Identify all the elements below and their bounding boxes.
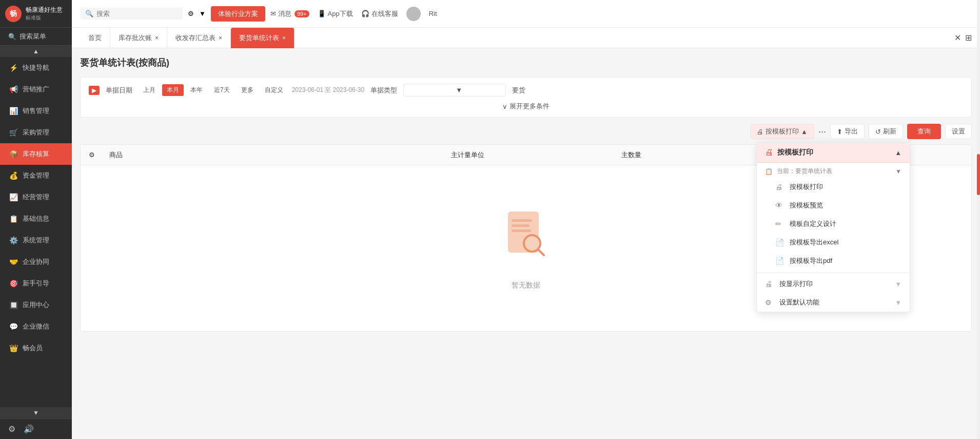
svg-rect-2	[512, 224, 530, 227]
current-template-icon: 📋	[765, 168, 773, 175]
page-title: 要货单统计表(按商品)	[80, 56, 972, 69]
template-print-button[interactable]: 🖨 按模板打印 ▲	[750, 124, 814, 139]
speaker-icon[interactable]: 🔊	[24, 424, 34, 434]
sidebar-item-corp[interactable]: 🤝 企业协同	[0, 251, 72, 273]
template-print-label: 按模板打印	[766, 127, 799, 136]
sidebar-item-label: 企业协同	[23, 257, 49, 266]
message-button[interactable]: ✉ 消息 99+	[270, 9, 309, 18]
search-label: 搜索菜单	[19, 32, 46, 41]
tab-inventory-batch-close[interactable]: ×	[155, 34, 159, 42]
member-icon: 👑	[8, 343, 18, 353]
empty-illustration	[500, 206, 552, 273]
template-preview-icon: 👁	[775, 201, 785, 209]
type-filter-select[interactable]: ▼	[403, 84, 506, 97]
topbar-right: ✉ 消息 99+ 📱 App下载 🎧 在线客服 Rit	[270, 7, 437, 21]
topbar: 🔍 ⚙ ▼ 体验行业方案 ✉ 消息 99+ 📱 App下载 🎧 在线客服 Rit	[72, 0, 980, 28]
topbar-search-input[interactable]	[96, 10, 168, 17]
date-btn-more[interactable]: 更多	[237, 84, 258, 96]
sidebar-item-basic[interactable]: 📋 基础信息	[0, 208, 72, 230]
message-icon: ✉	[270, 10, 276, 17]
th-settings[interactable]: ⚙	[89, 151, 109, 159]
online-service-button[interactable]: 🎧 在线客服	[361, 9, 398, 18]
dropdown-item-set-default[interactable]: ⚙ 设置默认功能 ▼	[757, 293, 910, 312]
template-custom-icon: ✏	[775, 220, 785, 228]
tab-home[interactable]: 首页	[80, 28, 110, 48]
wechat-icon: 💬	[8, 321, 18, 332]
display-print-icon: 🖨	[765, 280, 774, 288]
settings-icon[interactable]: ⚙	[8, 424, 15, 434]
refresh-button[interactable]: ↺ 刷新	[869, 124, 903, 139]
tab-expand-icon[interactable]: ⊞	[965, 33, 972, 43]
experience-button[interactable]: 体验行业方案	[211, 6, 265, 22]
dropdown-item-template-print[interactable]: 🖨 按模板打印	[757, 178, 910, 196]
sidebar-item-label: 应用中心	[23, 300, 49, 310]
message-label: 消息	[278, 9, 291, 18]
sidebar-scroll-up[interactable]: ▲	[0, 46, 72, 57]
avatar[interactable]	[406, 7, 421, 21]
current-template-text: 当前：要货单统计表	[777, 167, 832, 176]
sidebar-item-marketing[interactable]: 📢 营销推广	[0, 79, 72, 100]
sidebar-item-system[interactable]: ⚙️ 系统管理	[0, 230, 72, 251]
sidebar-search[interactable]: 🔍 搜索菜单	[0, 28, 72, 46]
sidebar-item-purchase[interactable]: 🛒 采购管理	[0, 122, 72, 143]
main-area: 🔍 ⚙ ▼ 体验行业方案 ✉ 消息 99+ 📱 App下载 🎧 在线客服 Rit	[72, 0, 980, 439]
settings-button[interactable]: 设置	[945, 124, 972, 139]
dropdown-item-template-preview[interactable]: 👁 按模板预览	[757, 196, 910, 215]
date-btn-this-year[interactable]: 本年	[186, 84, 207, 96]
sidebar-item-wechat[interactable]: 💬 企业微信	[0, 316, 72, 337]
filter-toggle[interactable]: ▶	[89, 86, 100, 95]
topbar-gear-icon[interactable]: ⚙	[188, 10, 194, 17]
template-print-arrow: ▲	[801, 128, 808, 136]
sidebar-item-guide[interactable]: 🎯 新手引导	[0, 273, 72, 294]
app-download-button[interactable]: 📱 App下载	[318, 9, 353, 18]
tab-inventory-batch-label: 库存批次账	[119, 33, 152, 43]
operation-icon: 📈	[8, 192, 18, 202]
more-options[interactable]: ···	[818, 126, 826, 137]
topbar-dropdown-icon[interactable]: ▼	[199, 10, 206, 17]
tab-order-stats-close[interactable]: ×	[282, 34, 286, 42]
dropdown-item-template-excel[interactable]: 📄 按模板导出excel	[757, 233, 910, 252]
dropdown-close-arrow[interactable]: ▲	[895, 149, 901, 157]
dropdown-item-template-pdf[interactable]: 📄 按模板导出pdf	[757, 252, 910, 270]
date-btn-last-month[interactable]: 上月	[139, 84, 160, 96]
tab-collapse-icon[interactable]: ✕	[954, 33, 961, 43]
sidebar-scroll-down[interactable]: ▼	[0, 407, 72, 418]
query-button[interactable]: 查询	[907, 124, 941, 139]
sidebar-item-label: 经营管理	[23, 193, 49, 202]
sidebar-item-inventory[interactable]: 📦 库存核算	[0, 143, 72, 165]
sidebar-item-apps[interactable]: 🔲 应用中心	[0, 294, 72, 316]
tab-order-stats[interactable]: 要货单统计表 ×	[231, 28, 295, 48]
right-scrollbar[interactable]	[977, 0, 980, 439]
dropdown-item-display-print[interactable]: 🖨 按显示打印 ▼	[757, 275, 910, 293]
print-icon: 🖨	[757, 128, 763, 136]
purchase-icon: 🛒	[8, 127, 18, 138]
export-button[interactable]: ⬆ 导出	[830, 124, 865, 139]
tab-home-label: 首页	[88, 33, 102, 43]
export-icon: ⬆	[837, 128, 842, 136]
basic-icon: 📋	[8, 214, 18, 224]
page-content: 要货单统计表(按商品) ▶ 单据日期 上月 本月 本年 近7天 更多 自定义 2…	[72, 48, 980, 439]
apps-icon: 🔲	[8, 300, 18, 310]
corp-icon: 🤝	[8, 257, 18, 267]
expand-button[interactable]: ∨ 展开更多条件	[502, 102, 550, 111]
sidebar-item-operation[interactable]: 📈 经营管理	[0, 186, 72, 208]
sidebar-item-member[interactable]: 👑 畅会员	[0, 337, 72, 359]
tab-inventory-batch[interactable]: 库存批次账 ×	[110, 28, 167, 48]
app-badge: 标准版	[26, 14, 63, 22]
date-btn-7days[interactable]: 近7天	[209, 84, 234, 96]
logo-icon: 畅	[5, 6, 22, 22]
dropdown-item-template-custom[interactable]: ✏ 模板自定义设计	[757, 215, 910, 233]
topbar-search-box[interactable]: 🔍	[80, 8, 183, 20]
sidebar-item-finance[interactable]: 💰 资金管理	[0, 165, 72, 186]
sidebar-item-sales[interactable]: 📊 销售管理	[0, 100, 72, 122]
template-excel-label: 按模板导出excel	[790, 238, 838, 247]
sidebar-item-quick-nav[interactable]: ⚡ 快捷导航	[0, 57, 72, 79]
sidebar-item-label: 营销推广	[23, 85, 49, 94]
tab-collection-summary[interactable]: 收发存汇总表 ×	[167, 28, 231, 48]
svg-point-5	[527, 238, 537, 249]
tab-collection-summary-close[interactable]: ×	[219, 34, 222, 42]
date-btn-custom[interactable]: 自定义	[260, 84, 288, 96]
display-print-arrow: ▼	[895, 280, 901, 288]
sidebar-item-label: 快捷导航	[23, 63, 49, 72]
date-btn-this-month[interactable]: 本月	[162, 84, 184, 96]
